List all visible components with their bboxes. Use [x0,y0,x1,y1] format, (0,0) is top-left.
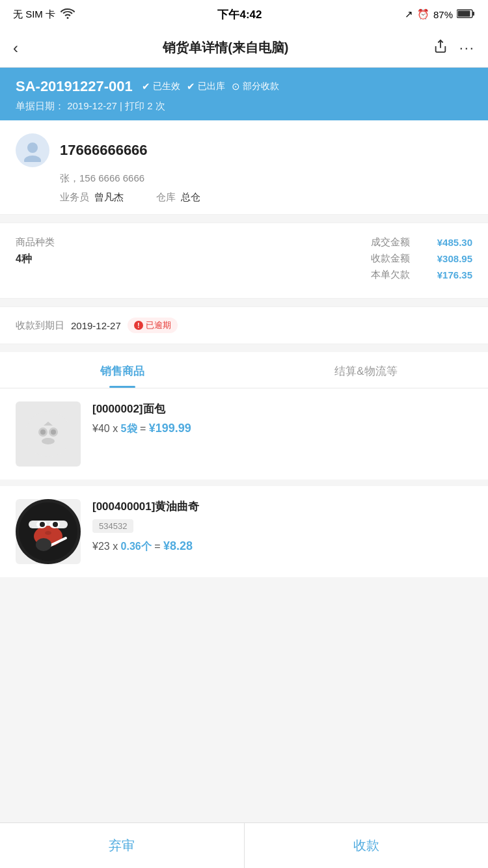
check-icon-2: ✔ [187,81,195,92]
product-thumb-cookie [16,499,81,564]
product-name-bread: [0000002]面包 [92,401,472,416]
battery-level: 87% [433,9,453,20]
owed-row: 本单欠款 ¥176.35 [371,269,472,281]
customer-sub-info: 张，156 6666 6666 [60,172,472,185]
warehouse: 仓库 总仓 [156,191,200,204]
svg-point-18 [53,522,58,527]
product-info-bread: [0000002]面包 ¥40 x 5袋 = ¥199.99 [92,401,472,436]
status-right: ↗ ⏰ 87% [405,8,475,21]
product-sku-cookie: 534532 [92,519,133,533]
header-banner: SA-20191227-001 ✔ 已生效 ✔ 已出库 ⊙ 部分收款 单据日期：… [0,68,488,120]
nav-right-icons: ··· [433,39,475,57]
product-name-cookie: [000400001]黄油曲奇 [92,499,472,514]
customer-meta: 业务员 曾凡杰 仓库 总仓 [60,191,472,204]
svg-rect-2 [457,10,470,16]
received-row: 收款金额 ¥308.95 [371,252,472,265]
product-price-bread: ¥40 x 5袋 = ¥199.99 [92,422,472,436]
battery-icon [457,8,475,21]
product-info-cookie: [000400001]黄油曲奇 534532 ¥23 x 0.36个 = ¥8.… [92,499,472,554]
nav-bar: ‹ 销货单详情(来自电脑) ··· [0,29,488,68]
badge-shipped: ✔ 已出库 [187,81,225,92]
time-display: 下午4:42 [217,7,262,22]
svg-point-11 [42,438,55,444]
badge-activated: ✔ 已生效 [142,81,180,92]
sim-status: 无 SIM 卡 [13,8,55,21]
product-kind-label: 商品种类 [16,236,55,249]
cancel-review-button[interactable]: 弃审 [0,823,245,868]
product-price-cookie: ¥23 x 0.36个 = ¥8.28 [92,539,472,554]
back-button[interactable]: ‹ [13,39,18,57]
product-list: [0000002]面包 ¥40 x 5袋 = ¥199.99 [0,388,488,631]
svg-point-4 [27,142,38,153]
overdue-icon: ! [134,321,143,330]
avatar [16,133,49,167]
status-badges: ✔ 已生效 ✔ 已出库 ⊙ 部分收款 [142,81,279,92]
share-icon[interactable] [433,39,448,57]
bottom-bar: 弃审 收款 [0,822,488,868]
summary-section: 商品种类 4种 成交金额 ¥485.30 收款金额 ¥308.95 本单欠款 ¥… [0,223,488,299]
amount-summary: 成交金额 ¥485.30 收款金额 ¥308.95 本单欠款 ¥176.35 [371,236,472,285]
due-date-section: 收款到期日 2019-12-27 ! 已逾期 [0,306,488,344]
svg-point-5 [24,156,41,162]
svg-point-17 [40,522,45,527]
order-date-info: 单据日期： 2019-12-27 | 打印 2 次 [16,100,472,113]
svg-rect-1 [472,12,474,16]
overdue-badge: ! 已逾期 [128,318,178,333]
clock-icon: ⊙ [232,81,240,92]
location-icon: ↗ [405,8,413,20]
svg-point-6 [25,411,71,457]
deal-amount-row: 成交金额 ¥485.30 [371,236,472,249]
tab-bar: 销售商品 结算&物流等 [0,352,488,388]
more-icon[interactable]: ··· [459,40,475,57]
product-kind: 商品种类 4种 [16,236,55,266]
check-icon-1: ✔ [142,81,150,92]
product-thumb-bread [16,401,81,467]
status-left: 无 SIM 卡 [13,8,75,21]
order-id: SA-20191227-001 [16,78,133,95]
product-kind-value: 4种 [16,252,55,266]
wifi-icon [61,8,75,21]
status-bar: 无 SIM 卡 下午4:42 ↗ ⏰ 87% [0,0,488,29]
page-title: 销货单详情(来自电脑) [163,39,288,57]
tab-sales-products[interactable]: 销售商品 [0,352,244,388]
customer-phone: 17666666666 [60,142,148,159]
collect-payment-button[interactable]: 收款 [245,823,489,868]
svg-point-10 [51,429,56,435]
svg-point-19 [45,531,51,535]
svg-point-9 [40,429,46,435]
customer-section: 17666666666 张，156 6666 6666 业务员 曾凡杰 仓库 总… [0,120,488,215]
badge-partial-payment: ⊙ 部分收款 [232,81,279,92]
tab-settlement[interactable]: 结算&物流等 [244,352,488,388]
alarm-icon: ⏰ [417,8,429,20]
product-item-cookie: [000400001]黄油曲奇 534532 ¥23 x 0.36个 = ¥8.… [0,486,488,577]
product-item-bread: [0000002]面包 ¥40 x 5袋 = ¥199.99 [0,388,488,480]
svg-point-21 [36,538,51,551]
sales-person: 业务员 曾凡杰 [60,191,124,204]
